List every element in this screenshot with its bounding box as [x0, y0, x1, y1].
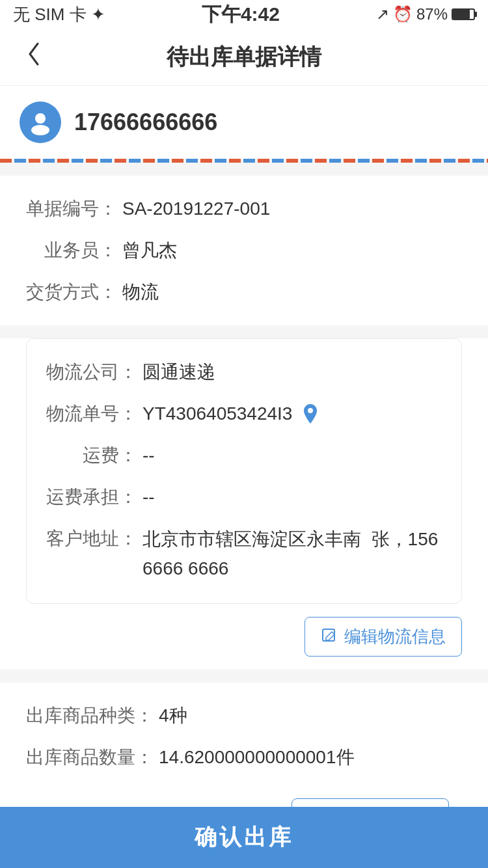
sim-status: 无 SIM 卡 ✦ [13, 3, 105, 26]
location-pin-icon[interactable] [299, 402, 322, 426]
freight-bearer-label: 运费承担： [46, 483, 137, 511]
section-divider [0, 670, 488, 683]
edit-logistics-area: 编辑物流信息 [13, 604, 475, 663]
edit-logistics-button[interactable]: 编辑物流信息 [305, 617, 462, 657]
basic-info-section: 单据编号： SA-20191227-001 业务员： 曾凡杰 交货方式： 物流 [0, 176, 488, 325]
status-time: 下午4:42 [202, 1, 280, 28]
salesperson-row: 业务员： 曾凡杰 [26, 237, 462, 264]
tracking-no-value: YT43064053424I3 [142, 400, 442, 427]
customer-phone: 17666666666 [74, 109, 217, 136]
address-row: 客户地址： 北京市市辖区海淀区永丰南 张，156 6666 6666 [46, 525, 442, 584]
address-label: 客户地址： [46, 525, 137, 552]
location-icon: ↗ [376, 5, 389, 23]
customer-header: 17666666666 [0, 86, 488, 159]
page-title: 待出库单据详情 [167, 42, 321, 72]
salesperson-value: 曾凡杰 [122, 237, 462, 264]
confirm-area: 确认出库 [0, 807, 488, 868]
status-right: ↗ ⏰ 87% [376, 5, 475, 23]
goods-types-label: 出库商品种类： [26, 702, 154, 729]
status-left: 无 SIM 卡 ✦ [13, 3, 105, 26]
battery-level: 87% [416, 5, 448, 23]
tracking-no-label: 物流单号： [46, 400, 137, 427]
freight-label: 运费： [46, 442, 137, 469]
edit-icon [321, 627, 339, 645]
dashed-divider [0, 159, 488, 163]
goods-types-value: 4种 [159, 702, 462, 729]
back-button[interactable] [20, 34, 48, 79]
logistics-company-row: 物流公司： 圆通速递 [46, 359, 442, 386]
avatar [20, 102, 61, 143]
alarm-icon: ⏰ [393, 5, 413, 23]
freight-row: 运费： -- [46, 442, 442, 469]
status-bar: 无 SIM 卡 ✦ 下午4:42 ↗ ⏰ 87% [0, 0, 488, 29]
delivery-method-row: 交货方式： 物流 [26, 278, 462, 306]
battery-icon [452, 8, 475, 20]
svg-point-0 [35, 113, 46, 124]
order-no-value: SA-20191227-001 [122, 195, 462, 223]
goods-quantity-row: 出库商品数量： 14.620000000000001件 [26, 744, 462, 771]
logistics-card: 物流公司： 圆通速递 物流单号： YT43064053424I3 运费： -- … [26, 338, 462, 604]
order-no-label: 单据编号： [26, 195, 117, 223]
address-value: 北京市市辖区海淀区永丰南 张，156 6666 6666 [142, 525, 442, 584]
logistics-company-label: 物流公司： [46, 359, 137, 386]
svg-point-1 [31, 125, 49, 135]
delivery-method-label: 交货方式： [26, 278, 117, 306]
freight-bearer-value: -- [142, 483, 442, 511]
tracking-no-row: 物流单号： YT43064053424I3 [46, 400, 442, 427]
nav-bar: 待出库单据详情 [0, 29, 488, 86]
goods-quantity-label: 出库商品数量： [26, 744, 154, 771]
logistics-company-value: 圆通速递 [142, 359, 442, 386]
svg-point-2 [308, 408, 313, 413]
delivery-method-value: 物流 [122, 278, 462, 306]
salesperson-label: 业务员： [26, 237, 117, 264]
goods-types-row: 出库商品种类： 4种 [26, 702, 462, 729]
order-no-row: 单据编号： SA-20191227-001 [26, 195, 462, 223]
goods-quantity-value: 14.620000000000001件 [159, 744, 462, 771]
edit-logistics-label: 编辑物流信息 [344, 625, 446, 648]
confirm-button[interactable]: 确认出库 [0, 822, 488, 852]
freight-value: -- [142, 442, 442, 469]
freight-bearer-row: 运费承担： -- [46, 483, 442, 511]
